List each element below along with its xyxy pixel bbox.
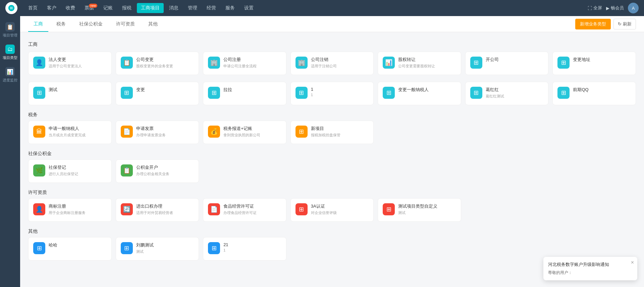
- sidebar-item-progress[interactable]: 📊进度监控: [0, 64, 20, 86]
- vip-icon: ▶: [606, 6, 609, 11]
- card-twenty-one[interactable]: ⊞211: [203, 237, 286, 261]
- card-icon-haha: ⊞: [33, 242, 45, 254]
- sidebar-item-project-mgmt[interactable]: 📋项目管理: [0, 19, 20, 41]
- card-name-twenty-one: 21: [223, 242, 281, 247]
- card-pre-qq[interactable]: ⊞前期QQ: [552, 82, 636, 105]
- card-change-general[interactable]: ⊞变更一般纳税人: [378, 82, 461, 105]
- tab-license[interactable]: 许可资质: [111, 16, 140, 32]
- fullscreen-btn[interactable]: ⛶ 全屏: [588, 5, 602, 11]
- card-ge-honghong[interactable]: ⊞葛红红葛红红测试: [465, 82, 549, 105]
- card-social-register[interactable]: 🌿社保登记进行人员社保登记: [28, 159, 112, 183]
- card-icon-change: ⊞: [121, 87, 133, 99]
- nav-item-customer[interactable]: 客户: [43, 3, 60, 13]
- card-name-open-company: 开公司: [486, 57, 544, 63]
- nav-items: 首页客户收费票据new记账报税工商项目消息管理经营服务设置: [24, 3, 588, 13]
- tab-other[interactable]: 其他: [143, 16, 163, 32]
- card-change-address[interactable]: ⊞变更地址: [552, 52, 636, 75]
- card-name-tax-report: 税务报道+记账: [223, 126, 281, 132]
- nav-item-service[interactable]: 服务: [221, 3, 239, 13]
- nav-item-operations[interactable]: 经营: [203, 3, 220, 13]
- nav-item-tax[interactable]: 报税: [118, 3, 136, 13]
- card-name-change-general: 变更一般纳税人: [398, 87, 456, 93]
- card-apply-general[interactable]: 🏛申请一般纳税人当月或次月成变更完成: [28, 121, 112, 144]
- card-desc-one: 1: [311, 93, 369, 97]
- tab-business[interactable]: 工商: [28, 16, 48, 32]
- card-company-register[interactable]: 🏢公司注册申请公司注册全流程: [203, 52, 286, 75]
- card-open-company[interactable]: ⊞开公司: [465, 52, 549, 75]
- card-liu-pengtest[interactable]: ⊞刘鹏测试测试: [116, 237, 199, 261]
- nav-item-billing[interactable]: 收费: [62, 3, 79, 13]
- card-fund-account[interactable]: 📋公积金开户办理公积金相关业务: [116, 159, 199, 183]
- card-trademark[interactable]: 👤商标注册用于企业商标注册服务: [28, 198, 112, 222]
- tabs-actions: 新增业务类型 ↻ 刷新: [575, 19, 636, 29]
- card-test[interactable]: ⊞测试: [28, 82, 112, 105]
- nav-item-home[interactable]: 首页: [24, 3, 42, 13]
- sidebar-item-project-type[interactable]: 🗂项目类型: [0, 41, 20, 64]
- card-legal-change[interactable]: 👤法人变更适用于公司变更法人: [28, 52, 112, 75]
- app-logo[interactable]: [5, 2, 17, 14]
- card-name-food-license: 食品经营许可证: [223, 203, 281, 209]
- navbar-right: ⛶ 全屏 ▶ 畅会员 A: [588, 3, 639, 13]
- sidebar: 📋项目管理🗂项目类型📊进度监控: [0, 16, 20, 274]
- avatar[interactable]: A: [628, 3, 639, 13]
- card-icon-apply-general: 🏛: [33, 126, 45, 138]
- nav-item-accounts[interactable]: 记账: [99, 3, 117, 13]
- card-company-change[interactable]: 📋公司变更股权变更外的业务变更: [116, 52, 199, 75]
- notification-popup: × 河北税务数字账户升级影响通知 尊敬的用户：: [543, 257, 637, 274]
- card-name-apply-invoice: 申请发票: [136, 126, 194, 132]
- notification-content: 尊敬的用户：: [548, 270, 633, 274]
- section-title-tax: 税务: [28, 112, 636, 118]
- card-icon-lala: ⊞: [208, 87, 220, 99]
- card-food-license[interactable]: 📄食品经营许可证办理食品经营许可证: [203, 198, 286, 222]
- section-title-business: 工商: [28, 42, 636, 48]
- card-3a-cert[interactable]: ⊞3A认证对企业信誉评级: [290, 198, 374, 222]
- content-area: 工商 👤法人变更适用于公司变更法人📋公司变更股权变更外的业务变更🏢公司注册申请公…: [20, 32, 644, 274]
- fullscreen-icon: ⛶: [588, 6, 592, 11]
- vip-btn[interactable]: ▶ 畅会员: [606, 5, 624, 11]
- card-desc-fund-account: 办理公积金相关业务: [136, 171, 194, 176]
- add-type-button[interactable]: 新增业务类型: [575, 19, 611, 29]
- card-desc-company-change: 股权变更外的业务变更: [136, 64, 194, 69]
- nav-item-business[interactable]: 工商项目: [137, 3, 164, 13]
- card-apply-invoice[interactable]: 📄申请发票办理申请发票业务: [116, 121, 199, 144]
- card-test-type[interactable]: ⊞测试项目类型自定义测试: [378, 198, 461, 222]
- cards-grid-business-row1: 👤法人变更适用于公司变更法人📋公司变更股权变更外的业务变更🏢公司注册申请公司注册…: [28, 52, 636, 75]
- card-name-company-cancel: 公司注销: [311, 57, 369, 63]
- card-import-export[interactable]: 🔄进出口权办理适用于对外贸易经营者: [116, 198, 199, 222]
- card-desc-test-type: 测试: [398, 210, 456, 215]
- card-desc-food-license: 办理食品经营许可证: [223, 210, 281, 215]
- nav-item-settings[interactable]: 设置: [240, 3, 258, 13]
- sidebar-label-project-mgmt: 项目管理: [3, 33, 17, 38]
- notification-close[interactable]: ×: [631, 260, 634, 266]
- card-desc-3a-cert: 对企业信誉评级: [311, 210, 369, 215]
- card-new-project[interactable]: ⊞新项目报税加税控盘保管: [290, 121, 374, 144]
- card-desc-social-register: 进行人员社保登记: [49, 171, 107, 176]
- card-name-ge-honghong: 葛红红: [486, 87, 544, 93]
- main-content: 工商 税务 社保公积金 许可资质 其他 新增业务类型 ↻ 刷新 工商 👤法人变更…: [20, 16, 644, 274]
- card-desc-company-cancel: 适用于注销公司: [311, 64, 369, 69]
- cards-grid-tax: 🏛申请一般纳税人当月或次月成变更完成📄申请发票办理申请发票业务💰税务报道+记账拿…: [28, 121, 636, 144]
- nav-item-tickets[interactable]: 票据new: [80, 3, 98, 13]
- tab-tax[interactable]: 税务: [51, 16, 71, 32]
- card-tax-report[interactable]: 💰税务报道+记账拿到营业执照的新公司: [203, 121, 286, 144]
- refresh-button[interactable]: ↻ 刷新: [613, 19, 636, 29]
- tab-social[interactable]: 社保公积金: [74, 16, 108, 32]
- navbar: 首页客户收费票据new记账报税工商项目消息管理经营服务设置 ⛶ 全屏 ▶ 畅会员…: [0, 0, 644, 16]
- card-name-change: 变更: [136, 87, 194, 93]
- card-name-company-change: 公司变更: [136, 57, 194, 63]
- card-name-apply-general: 申请一般纳税人: [49, 126, 107, 132]
- card-icon-3a-cert: ⊞: [296, 203, 308, 215]
- card-lala[interactable]: ⊞拉拉: [203, 82, 286, 105]
- refresh-icon: ↻: [618, 21, 622, 26]
- card-company-cancel[interactable]: 🏢公司注销适用于注销公司: [290, 52, 374, 75]
- card-equity-transfer[interactable]: 📊股权转让公司变更需要股权转让: [378, 52, 461, 75]
- card-icon-company-change: 📋: [121, 57, 133, 69]
- card-desc-import-export: 适用于对外贸易经营者: [136, 210, 194, 215]
- nav-item-admin[interactable]: 管理: [184, 3, 201, 13]
- card-icon-one: ⊞: [296, 87, 308, 99]
- nav-item-messages[interactable]: 消息: [165, 3, 182, 13]
- card-one[interactable]: ⊞11: [290, 82, 374, 105]
- card-change[interactable]: ⊞变更: [116, 82, 199, 105]
- card-haha[interactable]: ⊞哈哈: [28, 237, 112, 261]
- card-desc-legal-change: 适用于公司变更法人: [49, 64, 107, 69]
